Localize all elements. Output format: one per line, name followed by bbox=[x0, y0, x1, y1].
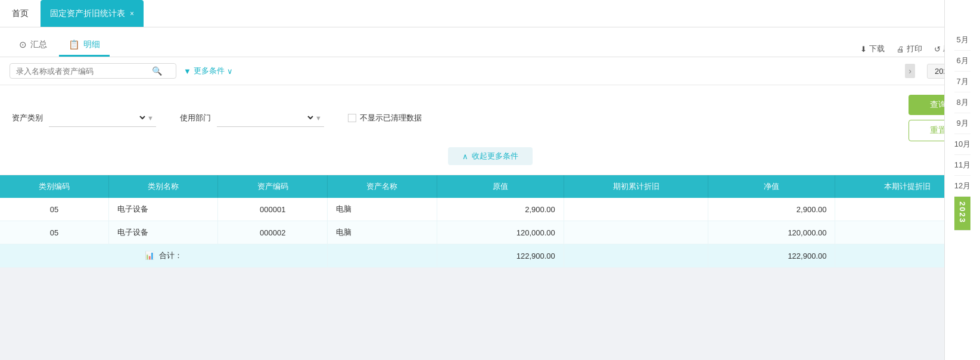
table-header-row: 类别编码 类别名称 资产编码 资产名称 原值 期初累计折旧 净值 本期计提折旧 bbox=[0, 175, 980, 198]
asset-category-label: 资产类别 bbox=[12, 113, 43, 123]
department-label: 使用部门 bbox=[180, 113, 211, 123]
top-nav: 首页 固定资产折旧统计表 × × bbox=[0, 0, 980, 27]
detail-icon: 📋 bbox=[69, 39, 80, 50]
col-header-asset-code: 资产编码 bbox=[218, 175, 328, 198]
cell-cat-code: 05 bbox=[0, 221, 108, 244]
nav-home[interactable]: 首页 bbox=[0, 0, 41, 27]
tab-detail-label: 明细 bbox=[83, 39, 100, 50]
department-select-wrap: ▼ bbox=[217, 109, 324, 127]
asset-category-select[interactable] bbox=[51, 110, 147, 125]
collapse-button[interactable]: ∧ 收起更多条件 bbox=[448, 147, 533, 165]
asset-category-chevron-icon: ▼ bbox=[147, 114, 154, 122]
search-icon[interactable]: 🔍 bbox=[152, 66, 162, 76]
asset-category-filter: 资产类别 ▼ bbox=[12, 109, 156, 127]
search-bar: 🔍 ▼ 更多条件 ∨ › 2023.01 bbox=[0, 57, 980, 85]
month-item[interactable]: 10月 bbox=[954, 134, 970, 155]
chevron-down-icon: ∨ bbox=[227, 67, 233, 76]
download-label: 下载 bbox=[869, 44, 885, 54]
hide-cleared-checkbox[interactable] bbox=[348, 114, 356, 122]
right-panel: 5月6月7月8月9月10月11月12月2023 bbox=[944, 0, 980, 360]
total-accum-dep bbox=[564, 244, 708, 268]
table-total-row: 📊 合计： 122,900.00 122,900.00 bbox=[0, 244, 980, 268]
print-button[interactable]: 🖨 打印 bbox=[897, 44, 922, 54]
collapse-row: ∧ 收起更多条件 bbox=[12, 141, 968, 169]
department-select[interactable] bbox=[219, 110, 315, 125]
col-header-asset-name: 资产名称 bbox=[328, 175, 437, 198]
tab-summary-label: 汇总 bbox=[30, 39, 47, 50]
cell-asset-code: 000002 bbox=[218, 221, 328, 244]
nav-tab-label: 固定资产折旧统计表 bbox=[50, 8, 125, 19]
cell-cat-name: 电子设备 bbox=[108, 221, 218, 244]
cell-net-value: 120,000.00 bbox=[708, 221, 835, 244]
cell-accum-dep bbox=[564, 198, 708, 221]
cell-cat-name: 电子设备 bbox=[108, 198, 218, 221]
summary-icon: ⊙ bbox=[19, 39, 27, 50]
search-input[interactable] bbox=[16, 67, 147, 76]
month-item[interactable]: 12月 bbox=[954, 176, 970, 197]
data-table-wrap: 类别编码 类别名称 资产编码 资产名称 原值 期初累计折旧 净值 本期计提折旧 … bbox=[0, 175, 980, 268]
data-table: 类别编码 类别名称 资产编码 资产名称 原值 期初累计折旧 净值 本期计提折旧 … bbox=[0, 175, 980, 268]
col-header-cat-name: 类别名称 bbox=[108, 175, 218, 198]
month-item[interactable]: 7月 bbox=[954, 72, 970, 92]
cell-asset-code: 000001 bbox=[218, 198, 328, 221]
filter-row: 资产类别 ▼ 使用部门 ▼ 不显示已清理数据 查询 重置 bbox=[12, 95, 968, 141]
total-label-cell: 📊 合计： bbox=[0, 244, 328, 268]
search-input-wrap: 🔍 bbox=[10, 63, 176, 79]
department-chevron-icon: ▼ bbox=[315, 114, 322, 122]
cell-asset-name: 电脑 bbox=[328, 198, 437, 221]
col-header-original-value: 原值 bbox=[437, 175, 564, 198]
cell-cat-code: 05 bbox=[0, 198, 108, 221]
col-header-accum-dep: 期初累计折旧 bbox=[564, 175, 708, 198]
nav-tab-close-icon[interactable]: × bbox=[130, 10, 134, 18]
print-icon: 🖨 bbox=[897, 45, 904, 54]
sub-tabs-bar: ⊙ 汇总 📋 明细 ⬇ 下载 🖨 打印 ↺ 刷新 bbox=[0, 27, 980, 57]
table-row[interactable]: 05 电子设备 000002 电脑 120,000.00 120,000.00 bbox=[0, 221, 980, 244]
cell-asset-name: 电脑 bbox=[328, 221, 437, 244]
more-filter-button[interactable]: ▼ 更多条件 ∨ bbox=[183, 66, 233, 76]
nav-active-tab[interactable]: 固定资产折旧统计表 × bbox=[41, 0, 144, 27]
refresh-icon: ↺ bbox=[934, 45, 941, 54]
more-filter-label: 更多条件 bbox=[194, 66, 225, 76]
total-icon: 📊 bbox=[145, 251, 154, 260]
collapse-icon: ∧ bbox=[462, 152, 468, 161]
month-item[interactable]: 5月 bbox=[954, 30, 970, 51]
col-header-cat-code: 类别编码 bbox=[0, 175, 108, 198]
cell-net-value: 2,900.00 bbox=[708, 198, 835, 221]
print-label: 打印 bbox=[907, 44, 922, 54]
cell-original-value: 120,000.00 bbox=[437, 221, 564, 244]
download-icon: ⬇ bbox=[860, 45, 867, 54]
asset-category-select-wrap: ▼ bbox=[49, 109, 156, 127]
tab-detail[interactable]: 📋 明细 bbox=[59, 35, 110, 57]
scroll-right-button[interactable]: › bbox=[905, 64, 915, 78]
hide-cleared-label: 不显示已清理数据 bbox=[360, 113, 422, 123]
hide-cleared-filter: 不显示已清理数据 bbox=[348, 113, 422, 123]
month-item[interactable]: 9月 bbox=[954, 113, 970, 134]
tab-summary[interactable]: ⊙ 汇总 bbox=[10, 35, 57, 57]
year-badge[interactable]: 2023 bbox=[954, 197, 970, 231]
cell-accum-dep bbox=[564, 221, 708, 244]
col-header-net-value: 净值 bbox=[708, 175, 835, 198]
total-original-value: 122,900.00 bbox=[437, 244, 564, 268]
total-empty bbox=[328, 244, 437, 268]
year-label: 2023 bbox=[958, 201, 967, 224]
cell-original-value: 2,900.00 bbox=[437, 198, 564, 221]
download-button[interactable]: ⬇ 下载 bbox=[860, 44, 885, 54]
filter-panel: 资产类别 ▼ 使用部门 ▼ 不显示已清理数据 查询 重置 bbox=[0, 85, 980, 175]
month-item[interactable]: 11月 bbox=[954, 155, 970, 176]
filter-icon: ▼ bbox=[183, 67, 191, 76]
table-row[interactable]: 05 电子设备 000001 电脑 2,900.00 2,900.00 bbox=[0, 198, 980, 221]
collapse-label: 收起更多条件 bbox=[472, 151, 518, 162]
month-item[interactable]: 8月 bbox=[954, 92, 970, 113]
month-item[interactable]: 6月 bbox=[954, 51, 970, 72]
total-net-value: 122,900.00 bbox=[708, 244, 835, 268]
department-filter: 使用部门 ▼ bbox=[180, 109, 324, 127]
